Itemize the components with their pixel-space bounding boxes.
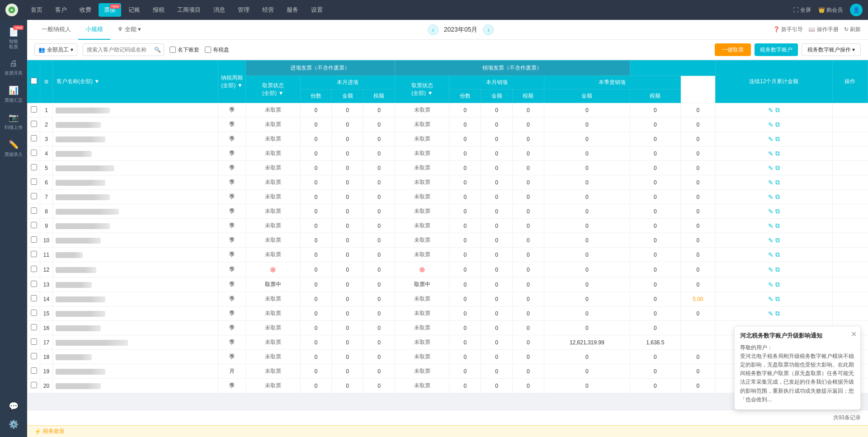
edit-icon[interactable]: ✎ [768, 296, 774, 303]
edit-icon[interactable]: ✎ [768, 107, 774, 114]
row-select-checkbox[interactable] [31, 222, 37, 228]
nav-tax[interactable]: 报税 [147, 3, 170, 17]
copy-icon[interactable]: ⧉ [775, 164, 780, 172]
copy-icon[interactable]: ⧉ [775, 310, 780, 317]
row-select-checkbox[interactable] [31, 193, 37, 199]
copy-icon[interactable]: ⧉ [775, 106, 780, 114]
row-select-checkbox[interactable] [31, 338, 37, 345]
edit-icon[interactable]: ✎ [768, 281, 774, 288]
search-input[interactable] [83, 47, 151, 53]
edit-icon[interactable]: ✎ [768, 136, 774, 143]
sidebar-message-icon[interactable]: 💬 [6, 399, 21, 414]
row-select-checkbox[interactable] [31, 121, 37, 127]
nav-service[interactable]: 服务 [281, 3, 304, 17]
nav-fee[interactable]: 收费 [74, 3, 97, 17]
copy-icon[interactable]: ⧉ [775, 193, 780, 201]
edit-icon[interactable]: ✎ [768, 222, 774, 230]
notification-close-btn[interactable]: ✕ [851, 330, 857, 338]
edit-icon[interactable]: ✎ [768, 150, 774, 157]
tab-general-taxpayer[interactable]: 一般纳税人 [34, 20, 78, 40]
row-select-checkbox[interactable] [31, 324, 37, 330]
copy-icon[interactable]: ⧉ [775, 266, 780, 273]
select-all-checkbox[interactable] [31, 78, 37, 84]
logo[interactable] [5, 4, 18, 16]
checkbox-taxdisk[interactable]: 有税盘 [205, 46, 229, 54]
edit-icon[interactable]: ✎ [768, 251, 774, 258]
nav-invoice[interactable]: 票据 new [99, 3, 121, 17]
prev-period-btn[interactable]: ‹ [428, 24, 439, 35]
copy-icon[interactable]: ⧉ [775, 150, 780, 157]
row-select-checkbox[interactable] [31, 179, 37, 185]
copy-icon[interactable]: ⧉ [775, 121, 780, 128]
edit-icon[interactable]: ✎ [768, 310, 774, 317]
copy-icon[interactable]: ⧉ [775, 251, 780, 258]
copy-icon[interactable]: ⧉ [775, 236, 780, 244]
nav-customer[interactable]: 客户 [50, 3, 72, 17]
copy-icon[interactable]: ⧉ [775, 207, 780, 215]
row-checkbox [28, 190, 40, 204]
row-select-checkbox[interactable] [31, 367, 37, 374]
row-select-checkbox[interactable] [31, 236, 37, 243]
row-checkbox [28, 248, 40, 262]
digital-account-btn[interactable]: 税务数字账户 [755, 43, 798, 56]
taxdisk-checkbox[interactable] [205, 47, 211, 53]
manual-link[interactable]: 📖 操作手册 [808, 26, 838, 33]
row-select-checkbox[interactable] [31, 150, 37, 156]
tab-small-scale[interactable]: 小规模 [78, 20, 110, 40]
row-in-status: 未取票 [245, 233, 300, 248]
nav-message[interactable]: 消息 [208, 3, 231, 17]
refresh-link[interactable]: ↻ 刷新 [844, 26, 861, 33]
digital-account-ops-btn[interactable]: 税务数字账户操作 ▾ [802, 43, 861, 56]
copy-icon[interactable]: ⧉ [775, 179, 780, 186]
status-unfetched: 未取票 [265, 382, 281, 389]
edit-icon[interactable]: ✎ [768, 237, 774, 244]
fullscreen-btn[interactable]: ⛶ 全屏 [793, 6, 811, 14]
row-select-checkbox[interactable] [31, 207, 37, 214]
fetch-ticket-btn[interactable]: 一键取票 [715, 43, 751, 56]
sidebar-item-smart-ticket[interactable]: 📄 new 智能取票 [2, 23, 25, 53]
member-btn[interactable]: 👑 购会员 [818, 6, 843, 14]
guide-link[interactable]: ❓ 新手引导 [773, 26, 803, 33]
copy-icon[interactable]: ⧉ [775, 295, 780, 303]
row-select-checkbox[interactable] [31, 106, 37, 113]
employee-select[interactable]: 👥 全部员工 ▾ [34, 43, 77, 56]
nav-settings[interactable]: 设置 [306, 3, 328, 17]
row-select-checkbox[interactable] [31, 310, 37, 316]
next-period-btn[interactable]: › [483, 24, 494, 35]
edit-icon[interactable]: ✎ [768, 164, 774, 172]
nav-accounting[interactable]: 记账 [123, 3, 146, 17]
nav-operation[interactable]: 经营 [257, 3, 279, 17]
search-box[interactable]: 🔍 [83, 43, 164, 56]
checkbox-subaccount[interactable]: 名下账套 [170, 46, 199, 54]
row-select-checkbox[interactable] [31, 353, 37, 359]
user-avatar[interactable]: 👤 [850, 4, 863, 16]
row-select-checkbox[interactable] [31, 251, 37, 257]
blurred-name: ███████████ [56, 136, 105, 142]
row-in-amount: 0 [332, 103, 363, 117]
nav-manage[interactable]: 管理 [232, 3, 255, 17]
tab-all[interactable]: ♆ 全能 ▾ [110, 20, 148, 40]
edit-icon[interactable]: ✎ [768, 266, 774, 273]
sidebar-item-summary[interactable]: 📊 票据汇总 [2, 82, 25, 107]
sidebar-settings-icon[interactable]: ⚙️ [6, 417, 21, 432]
edit-icon[interactable]: ✎ [768, 121, 774, 128]
edit-icon[interactable]: ✎ [768, 208, 774, 215]
nav-home[interactable]: 首页 [25, 3, 48, 17]
nav-business[interactable]: 工商项目 [172, 3, 206, 17]
sidebar-item-entry[interactable]: ✏️ 票据录入 [2, 136, 25, 161]
copy-icon[interactable]: ⧉ [775, 135, 780, 143]
row-select-checkbox[interactable] [31, 281, 37, 287]
copy-icon[interactable]: ⧉ [775, 281, 780, 288]
row-select-checkbox[interactable] [31, 266, 37, 272]
row-select-checkbox[interactable] [31, 135, 37, 141]
sidebar-item-scan[interactable]: 📷 扫描上传 [2, 109, 25, 134]
sidebar-item-open-invoice[interactable]: 🖨 发票开具 [2, 55, 25, 80]
row-select-checkbox[interactable] [31, 382, 37, 388]
tax-policy-text[interactable]: 税务政策 [43, 428, 65, 435]
edit-icon[interactable]: ✎ [768, 179, 774, 186]
edit-icon[interactable]: ✎ [768, 193, 774, 201]
copy-icon[interactable]: ⧉ [775, 222, 780, 230]
subaccount-checkbox[interactable] [170, 47, 176, 53]
row-select-checkbox[interactable] [31, 164, 37, 170]
row-select-checkbox[interactable] [31, 295, 37, 301]
